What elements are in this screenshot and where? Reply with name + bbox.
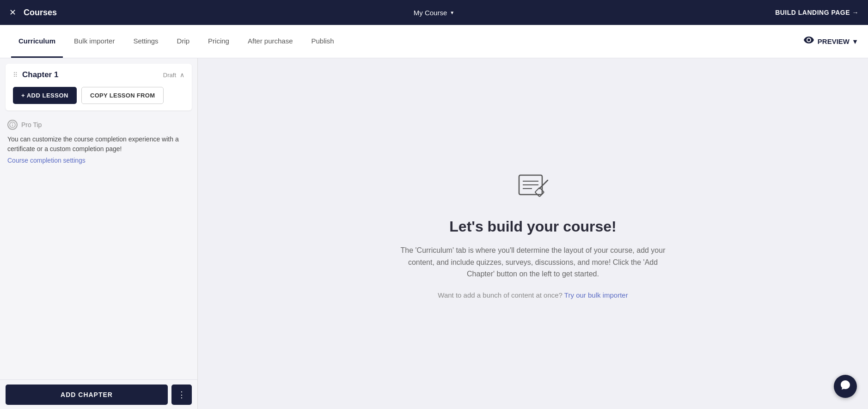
add-lesson-button[interactable]: + ADD LESSON (13, 87, 77, 104)
sidebar: ⠿ Chapter 1 Draft ∧ + ADD LESSON COPY LE… (0, 58, 198, 409)
content-area: Let's build your course! The 'Curriculum… (198, 58, 868, 409)
tab-curriculum[interactable]: Curriculum (11, 25, 63, 58)
tab-after-purchase[interactable]: After purchase (240, 25, 300, 58)
add-chapter-button[interactable]: ADD CHAPTER (6, 385, 168, 405)
preview-label: PREVIEW (818, 37, 850, 45)
svg-rect-2 (12, 125, 13, 127)
chapter-title: Chapter 1 (22, 70, 163, 79)
sidebar-bottom-bar: ADD CHAPTER ⋮ (0, 379, 197, 409)
close-button[interactable]: ✕ (9, 7, 16, 18)
content-title: Let's build your course! (449, 218, 616, 235)
more-options-button[interactable]: ⋮ (171, 385, 192, 405)
top-bar: ✕ Courses My Course ▼ BUILD LANDING PAGE… (0, 0, 868, 25)
preview-button[interactable]: PREVIEW ▾ (804, 37, 857, 46)
bulk-importer-link[interactable]: Try our bulk importer (564, 291, 628, 299)
pro-tip-section: Pro Tip You can customize the course com… (0, 110, 197, 169)
pro-tip-text: You can customize the course completion … (7, 134, 190, 154)
course-selector[interactable]: My Course ▼ (414, 9, 454, 17)
app-title: Courses (24, 8, 57, 18)
preview-dropdown-arrow: ▾ (853, 37, 857, 46)
course-name: My Course (414, 9, 447, 17)
build-landing-page-button[interactable]: BUILD LANDING PAGE → (775, 9, 859, 16)
main-layout: ⠿ Chapter 1 Draft ∧ + ADD LESSON COPY LE… (0, 58, 868, 409)
course-illustration (514, 168, 551, 207)
chapter-collapse-icon[interactable]: ∧ (180, 71, 184, 79)
chapter-actions: + ADD LESSON COPY LESSON FROM (13, 87, 184, 104)
tab-pricing[interactable]: Pricing (201, 25, 237, 58)
tab-bulk-importer[interactable]: Bulk importer (67, 25, 122, 58)
chapter-item: ⠿ Chapter 1 Draft ∧ + ADD LESSON COPY LE… (6, 64, 192, 110)
pro-tip-label: Pro Tip (21, 121, 42, 128)
svg-line-8 (546, 180, 548, 182)
preview-eye-icon (804, 37, 814, 46)
course-dropdown-arrow: ▼ (450, 10, 454, 15)
bulk-import-text: Want to add a bunch of content at once? … (438, 291, 628, 299)
svg-point-1 (12, 123, 13, 124)
tab-settings[interactable]: Settings (126, 25, 165, 58)
pro-tip-header: Pro Tip (7, 120, 190, 130)
tab-drip[interactable]: Drip (170, 25, 197, 58)
tab-publish[interactable]: Publish (304, 25, 342, 58)
tab-list: Curriculum Bulk importer Settings Drip P… (11, 25, 342, 58)
bulk-import-label: Want to add a bunch of content at once? (438, 291, 562, 299)
chat-icon (840, 379, 851, 393)
tab-bar: Curriculum Bulk importer Settings Drip P… (0, 25, 868, 58)
course-completion-settings-link[interactable]: Course completion settings (7, 157, 190, 164)
chat-support-button[interactable] (834, 375, 857, 398)
chapter-draft-badge: Draft (163, 72, 176, 79)
copy-lesson-from-button[interactable]: COPY LESSON FROM (81, 87, 164, 104)
chapter-header: ⠿ Chapter 1 Draft ∧ (13, 70, 184, 79)
drag-handle-icon[interactable]: ⠿ (13, 71, 18, 79)
pro-tip-icon (7, 120, 18, 130)
content-description: The 'Curriculum' tab is where you'll det… (399, 244, 667, 280)
